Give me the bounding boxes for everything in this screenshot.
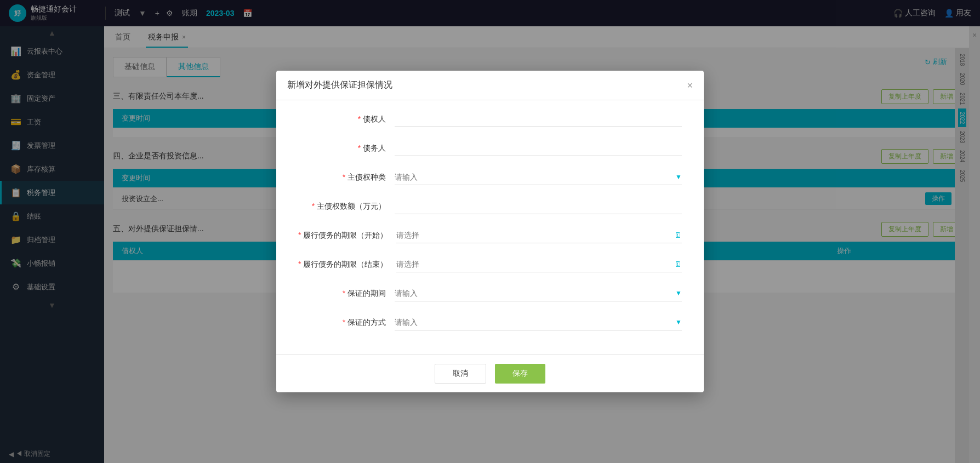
input-guarantee-period[interactable]: [395, 289, 675, 298]
input-period-start[interactable]: [396, 231, 674, 239]
dialog-overlay[interactable]: 新增对外提供保证担保情况 × * 债权人 * 债务人: [0, 0, 980, 463]
dialog-body: * 债权人 * 债务人 * 主债权种类: [276, 100, 704, 355]
dialog-title: 新增对外提供保证担保情况: [287, 79, 392, 91]
dialog-footer: 取消 保存: [276, 355, 704, 392]
label-claim-amount: * 主债权数额（万元）: [298, 202, 386, 212]
form-row-guarantee-method: * 保证的方式 ▼: [298, 315, 682, 330]
form-row-period-end: * 履行债务的期限（结束） 🗓: [298, 256, 682, 272]
chevron-down-icon-claim-type[interactable]: ▼: [675, 173, 682, 181]
label-creditor: * 债权人: [298, 115, 386, 124]
form-row-guarantee-period: * 保证的期间 ▼: [298, 285, 682, 301]
dialog-close-btn[interactable]: ×: [687, 81, 693, 90]
select-guarantee-method-wrap[interactable]: ▼: [395, 315, 682, 330]
date-period-end-wrap[interactable]: 🗓: [396, 256, 682, 272]
label-debtor: * 债务人: [298, 144, 386, 153]
input-creditor[interactable]: [395, 111, 682, 127]
label-period-start: * 履行债务的期限（开始）: [298, 231, 388, 241]
label-period-end: * 履行债务的期限（结束）: [298, 260, 388, 270]
label-guarantee-period: * 保证的期间: [298, 289, 386, 299]
input-claim-amount[interactable]: [395, 198, 682, 214]
input-guarantee-method[interactable]: [395, 318, 675, 327]
form-row-period-start: * 履行债务的期限（开始） 🗓: [298, 227, 682, 243]
form-row-debtor: * 债务人: [298, 140, 682, 156]
form-row-claim-type: * 主债权种类 ▼: [298, 169, 682, 185]
chevron-down-icon-guarantee-method[interactable]: ▼: [675, 318, 682, 326]
input-period-end[interactable]: [396, 260, 674, 268]
dialog-header: 新增对外提供保证担保情况 ×: [276, 71, 704, 100]
save-button[interactable]: 保存: [495, 364, 545, 384]
input-debtor[interactable]: [395, 140, 682, 156]
calendar-icon-start[interactable]: 🗓: [674, 231, 682, 239]
select-claim-type-wrap[interactable]: ▼: [395, 169, 682, 185]
form-row-claim-amount: * 主债权数额（万元）: [298, 198, 682, 214]
form-row-creditor: * 债权人: [298, 111, 682, 127]
calendar-icon-end[interactable]: 🗓: [674, 260, 682, 268]
label-claim-type: * 主债权种类: [298, 173, 386, 182]
dialog: 新增对外提供保证担保情况 × * 债权人 * 债务人: [276, 71, 704, 392]
cancel-button[interactable]: 取消: [435, 364, 486, 384]
input-claim-type[interactable]: [395, 173, 675, 181]
chevron-down-icon-guarantee-period[interactable]: ▼: [675, 289, 682, 297]
label-guarantee-method: * 保证的方式: [298, 318, 386, 328]
select-guarantee-period-wrap[interactable]: ▼: [395, 285, 682, 301]
date-period-start-wrap[interactable]: 🗓: [396, 227, 682, 243]
